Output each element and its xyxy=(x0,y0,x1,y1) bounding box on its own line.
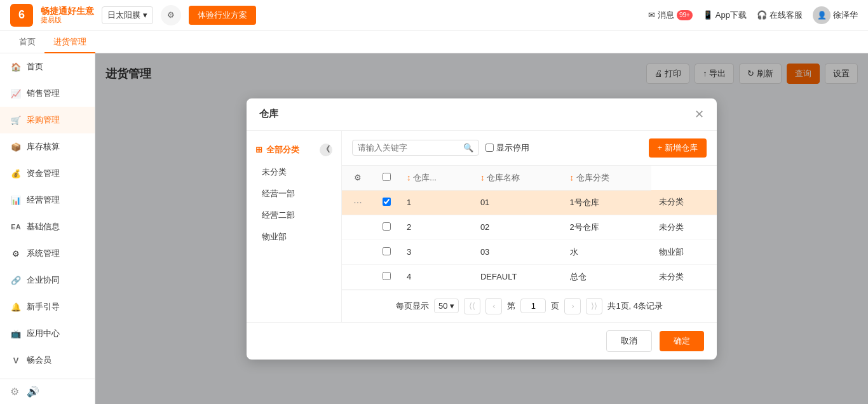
store-selector[interactable]: 日太阳膜 ▾ xyxy=(102,6,153,24)
volume-icon[interactable]: 🔊 xyxy=(27,386,39,398)
table-row[interactable]: 4DEFAULT总仓未分类 xyxy=(342,264,717,289)
row-checkbox[interactable] xyxy=(383,247,391,255)
logo: 6 xyxy=(10,4,33,27)
apps-icon: 📺 xyxy=(10,328,22,339)
col-code-header: ↕ 仓库... xyxy=(399,166,473,191)
row-name: 水 xyxy=(562,239,652,264)
category-ops-dept2[interactable]: 经营二部 xyxy=(247,205,341,226)
col-settings: ⚙ xyxy=(342,166,374,191)
brand-name: 畅捷通好生意 xyxy=(41,6,94,17)
all-category-item[interactable]: ⊞ 全部分类 《 xyxy=(247,138,341,161)
sidebar-item-basic-info[interactable]: EA 基础信息 xyxy=(0,213,95,240)
row-gear-cell[interactable] xyxy=(342,239,374,264)
category-uncategorized[interactable]: 未分类 xyxy=(247,161,341,183)
confirm-button[interactable]: 确定 xyxy=(660,331,704,351)
prev-page-btn[interactable]: ‹ xyxy=(485,298,502,314)
table-row[interactable]: ···1011号仓库未分类 xyxy=(342,190,717,215)
sidebar-item-member[interactable]: V 畅会员 xyxy=(0,347,95,374)
show-disabled-checkbox[interactable] xyxy=(485,144,494,152)
row-gear-cell[interactable]: ··· xyxy=(342,190,374,215)
row-gear-cell[interactable] xyxy=(342,215,374,239)
dialog-header: 仓库 ✕ xyxy=(247,98,717,131)
row-checkbox[interactable] xyxy=(383,198,391,206)
operations-icon: 📊 xyxy=(10,194,22,206)
row-checkbox[interactable] xyxy=(383,272,391,280)
search-box: 🔍 xyxy=(352,140,479,156)
show-disabled-checkbox-label[interactable]: 显示停用 xyxy=(485,142,529,154)
row-name: 总仓 xyxy=(562,264,652,289)
add-warehouse-btn[interactable]: + 新增仓库 xyxy=(649,138,707,158)
search-input[interactable] xyxy=(358,143,459,152)
dialog-content-area: 🔍 显示停用 + 新增仓库 xyxy=(342,131,717,322)
col-category-header: ↕ 仓库分类 xyxy=(562,166,652,191)
message-badge: 99+ xyxy=(677,10,693,20)
sidebar-item-sales[interactable]: 📈 销售管理 xyxy=(0,80,95,107)
table-header-row: ⚙ ↕ 仓库... xyxy=(342,166,717,191)
table-row[interactable]: 2022号仓库未分类 xyxy=(342,215,717,239)
per-page-label: 每页显示 xyxy=(396,300,429,312)
inventory-icon: 📦 xyxy=(10,141,22,152)
row-index: 1 xyxy=(399,190,473,215)
sidebar: 🏠 首页 📈 销售管理 🛒 采购管理 📦 库存核算 💰 资金管理 📊 经营管理 … xyxy=(0,53,95,404)
sidebar-item-guide[interactable]: 🔔 新手引导 xyxy=(0,293,95,320)
app-download-btn[interactable]: 📱 App下载 xyxy=(703,10,747,21)
category-ops-dept1[interactable]: 经营一部 xyxy=(247,183,341,205)
sidebar-item-purchase[interactable]: 🛒 采购管理 xyxy=(0,107,95,133)
row-category: 未分类 xyxy=(651,215,717,239)
sidebar-item-enterprise[interactable]: 🔗 企业协同 xyxy=(0,267,95,293)
sidebar-item-inventory[interactable]: 📦 库存核算 xyxy=(0,133,95,160)
settings-icon[interactable]: ⚙ xyxy=(161,5,181,25)
row-checkbox-cell xyxy=(374,190,399,215)
mobile-icon: 📱 xyxy=(703,10,713,20)
main-content: 进货管理 🖨 打印 ↑ 导出 ↻ 刷新 查询 设置 仓库 ✕ xyxy=(95,53,868,404)
row-checkbox[interactable] xyxy=(383,222,391,231)
cancel-button[interactable]: 取消 xyxy=(606,330,652,352)
row-name: 2号仓库 xyxy=(562,215,652,239)
row-gear-cell[interactable] xyxy=(342,264,374,289)
category-property[interactable]: 物业部 xyxy=(247,226,341,248)
sidebar-item-finance[interactable]: 💰 资金管理 xyxy=(0,160,95,187)
headset-icon: 🎧 xyxy=(757,10,767,20)
tab-purchase[interactable]: 进货管理 xyxy=(44,30,95,53)
customer-service-btn[interactable]: 🎧 在线客服 xyxy=(757,10,803,21)
layout: 🏠 首页 📈 销售管理 🛒 采购管理 📦 库存核算 💰 资金管理 📊 经营管理 … xyxy=(0,53,868,404)
last-page-btn[interactable]: ⟩⟩ xyxy=(586,298,602,314)
tab-home[interactable]: 首页 xyxy=(10,30,44,53)
dialog-toolbar: 🔍 显示停用 + 新增仓库 xyxy=(342,131,717,166)
search-icon[interactable]: 🔍 xyxy=(463,143,473,152)
pagination: 每页显示 50 ▾ ⟨⟨ ‹ 第 页 › ⟩⟩ 共 xyxy=(342,290,717,322)
topbar-right: ✉ 消息 99+ 📱 App下载 🎧 在线客服 👤 徐泽华 xyxy=(648,6,858,24)
enterprise-icon: 🔗 xyxy=(10,274,22,286)
user-menu[interactable]: 👤 徐泽华 xyxy=(813,6,858,24)
first-page-btn[interactable]: ⟨⟨ xyxy=(464,298,480,314)
row-category: 未分类 xyxy=(651,264,717,289)
select-all-checkbox[interactable] xyxy=(383,173,391,181)
sidebar-item-apps[interactable]: 📺 应用中心 xyxy=(0,320,95,347)
messages-btn[interactable]: ✉ 消息 99+ xyxy=(648,10,693,21)
collapse-btn[interactable]: 《 xyxy=(320,144,332,156)
sidebar-item-system[interactable]: ⚙ 系统管理 xyxy=(0,240,95,267)
finance-icon: 💰 xyxy=(10,168,22,179)
trial-button[interactable]: 体验行业方案 xyxy=(189,6,256,25)
table-row[interactable]: 303水物业部 xyxy=(342,239,717,264)
row-more-icon[interactable]: ··· xyxy=(353,197,362,208)
per-page-select[interactable]: 50 ▾ xyxy=(434,299,459,313)
row-checkbox-cell xyxy=(374,239,399,264)
brand-sub: 捷易版 xyxy=(41,16,94,24)
sidebar-item-home[interactable]: 🏠 首页 xyxy=(0,53,95,80)
row-code: DEFAULT xyxy=(473,264,562,289)
sidebar-item-operations[interactable]: 📊 经营管理 xyxy=(0,187,95,213)
system-icon: ⚙ xyxy=(10,248,22,259)
warehouse-table-wrap: ⚙ ↕ 仓库... xyxy=(342,166,717,290)
navtabs: 首页 进货管理 xyxy=(0,30,868,53)
brand: 畅捷通好生意 捷易版 xyxy=(41,6,94,25)
row-category: 物业部 xyxy=(651,239,717,264)
total-label: 共1页, 4条记录 xyxy=(607,300,663,312)
next-page-btn[interactable]: › xyxy=(564,298,581,314)
modal-backdrop: 仓库 ✕ ⊞ 全部分类 《 未分类 经营一部 经营二部 xyxy=(95,53,868,404)
chevron-down-icon: ▾ xyxy=(450,301,454,311)
settings-bottom-icon[interactable]: ⚙ xyxy=(10,386,19,398)
page-input[interactable] xyxy=(520,299,546,313)
close-icon[interactable]: ✕ xyxy=(695,107,704,121)
col-checkbox-header xyxy=(374,166,399,191)
